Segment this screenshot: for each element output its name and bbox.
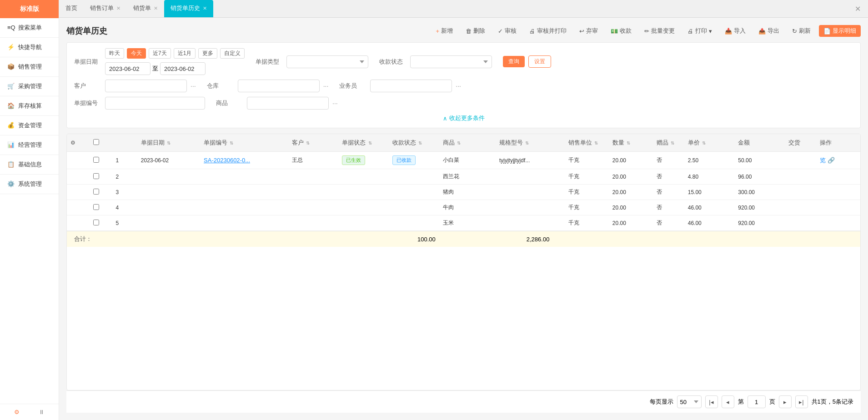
- close-tab-sales-order[interactable]: ✕: [116, 5, 120, 11]
- th-orderno[interactable]: 单据编号 ⇅: [200, 134, 288, 152]
- settings-button[interactable]: 设置: [528, 55, 551, 68]
- total-pages-label: 共1页，5条记录: [812, 398, 853, 406]
- warehouse-pick-icon[interactable]: ···: [323, 82, 329, 90]
- sidebar-item-operations[interactable]: 📊 经营管理: [0, 135, 59, 155]
- customer-input[interactable]: [105, 80, 187, 92]
- staff-pick-icon[interactable]: ···: [456, 82, 461, 90]
- date-range: 至: [105, 62, 245, 75]
- th-spec[interactable]: 规格型号 ⇅: [496, 134, 565, 152]
- row-checkbox-4[interactable]: [93, 220, 99, 225]
- th-deal: 交货: [785, 134, 816, 152]
- date-to-input[interactable]: [160, 62, 206, 75]
- sidebar-item-system-mgmt[interactable]: ⚙️ 系统管理: [0, 175, 59, 194]
- abandon-button[interactable]: ↩ 弃审: [575, 25, 602, 37]
- product-input[interactable]: [247, 97, 329, 110]
- import-button[interactable]: 📥 导入: [720, 25, 750, 37]
- date-1month[interactable]: 近1月: [174, 48, 196, 59]
- ops-view-0[interactable]: 览: [820, 157, 826, 164]
- sidebar-item-quick-nav[interactable]: ⚡ 快捷导航: [0, 38, 59, 57]
- date-yesterday[interactable]: 昨天: [105, 48, 124, 59]
- tab-sales-order[interactable]: 销售订单 ✕: [84, 0, 127, 17]
- warehouse-label: 仓库: [207, 82, 234, 90]
- doc-type-select[interactable]: [286, 55, 368, 68]
- th-amount: 金额: [734, 134, 785, 152]
- table-row: 3猪肉千克20.00否15.00300.00: [67, 185, 860, 200]
- row-checkbox-1[interactable]: [93, 173, 99, 179]
- page-number-input[interactable]: [748, 395, 766, 408]
- th-check[interactable]: [90, 134, 112, 152]
- date-custom[interactable]: 自定义: [220, 48, 245, 59]
- tab-home[interactable]: 首页: [59, 0, 84, 17]
- th-gear[interactable]: ⚙: [67, 134, 90, 152]
- page-suffix: 页: [769, 398, 775, 406]
- sort-date-icon: ⇅: [167, 140, 171, 145]
- sidebar-settings-icon[interactable]: ⚙: [14, 409, 20, 415]
- sort-gift-icon: ⇅: [671, 140, 674, 145]
- toolbar: + 新增 🗑 删除 ✓ 审核 🖨 审核并打印 ↩ 弃审: [431, 25, 861, 37]
- query-button[interactable]: 查询: [503, 56, 525, 67]
- date-today[interactable]: 今天: [127, 48, 146, 59]
- sidebar-item-finance[interactable]: 💰 资金管理: [0, 116, 59, 135]
- filter-warehouse: 仓库 ···: [207, 80, 329, 92]
- th-gift[interactable]: 赠品 ⇅: [653, 134, 684, 152]
- next-page-button[interactable]: ▸: [779, 395, 792, 408]
- pay-status-select[interactable]: [410, 55, 492, 68]
- filter-row-3: 单据编号 商品 ···: [74, 97, 853, 110]
- th-price[interactable]: 单价 ⇅: [684, 134, 735, 152]
- select-all-checkbox[interactable]: [93, 139, 99, 145]
- close-tab-sales-delivery[interactable]: ✕: [154, 5, 158, 11]
- audit-button[interactable]: ✓ 审核: [493, 25, 521, 37]
- print-dropdown-icon: ▾: [709, 28, 712, 35]
- product-pick-icon[interactable]: ···: [332, 100, 338, 107]
- prev-page-button[interactable]: ◂: [722, 395, 734, 408]
- sidebar-item-search-menu[interactable]: ≡Q 搜索菜单: [0, 18, 59, 38]
- print-button[interactable]: 🖨 打印 ▾: [683, 25, 717, 37]
- refresh-button[interactable]: ↻ 刷新: [788, 25, 815, 37]
- close-window-icon[interactable]: ✕: [855, 5, 861, 13]
- date-more[interactable]: 更多: [198, 48, 217, 59]
- sidebar-item-label: 库存核算: [18, 102, 42, 110]
- customer-pick-icon[interactable]: ···: [191, 82, 196, 90]
- sidebar-collapse-icon[interactable]: ⏸: [39, 409, 45, 415]
- delete-button[interactable]: 🗑 删除: [461, 25, 490, 37]
- show-detail-button[interactable]: 📄 显示明细: [819, 25, 861, 37]
- sidebar-item-basic-info[interactable]: 📋 基础信息: [0, 155, 59, 175]
- audit-print-button[interactable]: 🖨 审核并打印: [525, 25, 571, 37]
- row-checkbox-0[interactable]: [93, 157, 99, 163]
- sidebar-item-sales-mgmt[interactable]: 📦 销售管理: [0, 57, 59, 77]
- tab-sales-history[interactable]: 销货单历史 ✕: [164, 0, 213, 17]
- th-product[interactable]: 商品 ⇅: [439, 134, 496, 152]
- new-button[interactable]: + 新增: [431, 25, 457, 37]
- doc-no-label: 单据编号: [74, 99, 101, 107]
- last-page-button[interactable]: ▸|: [795, 395, 808, 408]
- sidebar-item-purchase-mgmt[interactable]: 🛒 采购管理: [0, 77, 59, 96]
- row-checkbox-3[interactable]: [93, 204, 99, 210]
- th-customer[interactable]: 客户 ⇅: [288, 134, 339, 152]
- th-unit[interactable]: 销售单位 ⇅: [565, 134, 609, 152]
- sidebar-item-inventory[interactable]: 🏠 库存核算: [0, 96, 59, 116]
- table-footer: 合计： 100.00 2,286.00: [67, 231, 860, 247]
- order-link-0[interactable]: SA-20230602-0...: [204, 157, 250, 164]
- th-status[interactable]: 单据状态 ⇅: [338, 134, 389, 152]
- staff-label: 业务员: [339, 82, 366, 90]
- th-pay[interactable]: 收款状态 ⇅: [389, 134, 439, 152]
- per-page-select[interactable]: 10 20 50 100: [677, 395, 702, 408]
- doc-type-label: 单据类型: [256, 58, 283, 66]
- warehouse-input[interactable]: [238, 80, 320, 92]
- tab-sales-delivery[interactable]: 销货单 ✕: [127, 0, 164, 17]
- search-menu-icon: ≡Q: [7, 24, 15, 31]
- ops-detail-0[interactable]: 🔗: [828, 157, 835, 164]
- export-button[interactable]: 📤 导出: [754, 25, 784, 37]
- close-tab-sales-history[interactable]: ✕: [203, 5, 207, 11]
- th-date[interactable]: 单据日期 ⇅: [137, 134, 200, 152]
- date-from-input[interactable]: [105, 62, 151, 75]
- date-7days[interactable]: 近7天: [149, 48, 171, 59]
- th-qty[interactable]: 数量 ⇅: [609, 134, 653, 152]
- staff-input[interactable]: [370, 80, 452, 92]
- collapse-button[interactable]: ∧ 收起更多条件: [74, 114, 853, 122]
- doc-no-input[interactable]: [105, 97, 205, 110]
- first-page-button[interactable]: |◂: [705, 395, 718, 408]
- row-checkbox-2[interactable]: [93, 189, 99, 195]
- collect-button[interactable]: 💵 收款: [606, 25, 636, 37]
- batch-change-button[interactable]: ✏ 批量变更: [640, 25, 679, 37]
